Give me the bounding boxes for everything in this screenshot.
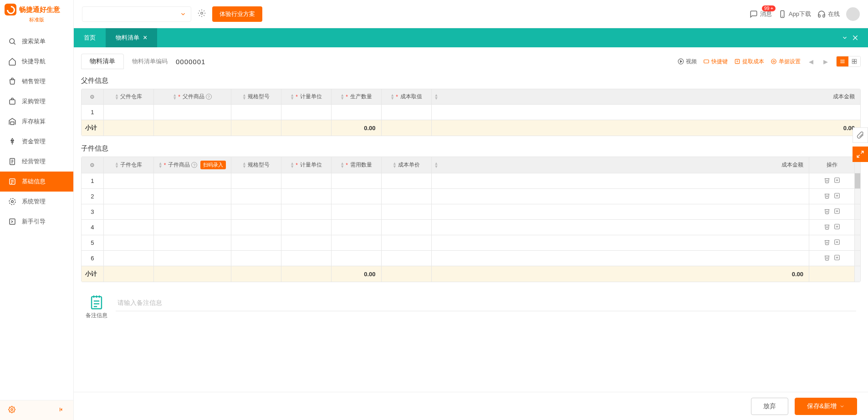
collapse-icon[interactable]	[58, 406, 65, 415]
report-icon	[8, 157, 16, 166]
tab-close-icon[interactable]: ×	[143, 34, 147, 42]
add-row-icon[interactable]	[834, 223, 840, 231]
top-settings-icon[interactable]	[198, 9, 206, 19]
child-row[interactable]: 5	[82, 235, 860, 251]
action-extract-cost[interactable]: 提取成本	[734, 58, 764, 66]
chevron-down-icon	[839, 404, 845, 409]
messages-link[interactable]: 消息 99 +	[750, 10, 772, 18]
remark-input[interactable]	[116, 294, 856, 311]
sidebar-item-label: 资金管理	[22, 137, 46, 146]
child-row[interactable]: 6	[82, 251, 860, 266]
sidebar-item-warehouse[interactable]: 库存核算	[0, 111, 73, 132]
org-selector[interactable]	[82, 6, 191, 22]
child-th-spec[interactable]: ▲▼规格型号	[231, 157, 281, 173]
tab-home[interactable]: 首页	[74, 28, 106, 47]
sidebar-item-report[interactable]: 经营管理	[0, 152, 73, 172]
sidebar-item-guide[interactable]: 新手引导	[0, 212, 73, 232]
remark-section: 备注信息	[81, 288, 861, 329]
sidebar-item-money[interactable]: 资金管理	[0, 132, 73, 152]
child-row[interactable]: 4	[82, 220, 860, 235]
avatar[interactable]	[846, 7, 860, 21]
add-row-icon[interactable]	[834, 208, 840, 216]
sidebar-item-label: 基础信息	[22, 177, 46, 186]
delete-row-icon[interactable]	[824, 177, 830, 185]
parent-th-qty[interactable]: ▲▼*生产数量	[331, 89, 381, 105]
add-row-icon[interactable]	[834, 177, 840, 185]
child-row[interactable]: 1	[82, 173, 860, 189]
parent-th-unit[interactable]: ▲▼*计量单位	[281, 89, 331, 105]
remark-label: 备注信息	[86, 312, 107, 319]
svg-line-61	[857, 155, 859, 157]
child-th-gear[interactable]: ⚙	[82, 157, 103, 173]
help-icon[interactable]: ?	[191, 162, 197, 168]
tab-bom[interactable]: 物料清单 ×	[106, 28, 157, 47]
sidebar-item-home[interactable]: 快捷导航	[0, 51, 73, 71]
parent-th-warehouse[interactable]: ▲▼父件仓库	[103, 89, 153, 105]
view-toggle	[836, 56, 861, 67]
attachment-icon[interactable]	[853, 127, 868, 143]
add-row-icon[interactable]	[834, 254, 840, 262]
svg-rect-16	[60, 408, 60, 411]
code-label: 物料清单编码	[132, 57, 168, 66]
child-row[interactable]: 3	[82, 204, 860, 220]
child-th-unit-cost[interactable]: ▲▼成本单价	[381, 157, 431, 173]
child-th-warehouse[interactable]: ▲▼子件仓库	[103, 157, 153, 173]
svg-point-15	[11, 409, 13, 410]
view-list-icon[interactable]	[837, 56, 848, 66]
app-download-link[interactable]: App下载	[778, 10, 811, 18]
sidebar-item-cart[interactable]: 销售管理	[0, 71, 73, 91]
action-doc-settings[interactable]: 单据设置	[771, 58, 801, 66]
scan-entry-tag[interactable]: 扫码录入	[200, 161, 226, 169]
svg-point-13	[11, 201, 14, 203]
delete-row-icon[interactable]	[824, 223, 830, 231]
logo-edition: 标准版	[0, 16, 73, 23]
delete-row-icon[interactable]	[824, 192, 830, 200]
svg-point-26	[773, 61, 775, 62]
next-doc-icon[interactable]: ▶	[822, 58, 830, 65]
sidebar-item-label: 销售管理	[22, 77, 46, 86]
logo: 畅捷通好生意	[0, 0, 73, 17]
discard-button[interactable]: 放弃	[751, 398, 788, 415]
side-nav: 搜索菜单快捷导航销售管理采购管理库存核算资金管理经营管理基础信息系统管理新手引导	[0, 26, 73, 400]
settings-icon[interactable]	[8, 406, 15, 415]
tabbar-close-icon[interactable]	[847, 28, 863, 47]
delete-row-icon[interactable]	[824, 239, 830, 247]
sidebar-item-info[interactable]: 基础信息	[0, 172, 73, 192]
sidebar-item-label: 采购管理	[22, 97, 46, 106]
svg-point-17	[201, 12, 203, 15]
parent-subtotal-row: 小计0.000.00	[82, 120, 860, 136]
logo-text: 畅捷通好生意	[19, 5, 60, 14]
child-th-unit[interactable]: ▲▼*计量单位	[281, 157, 331, 173]
add-row-icon[interactable]	[834, 239, 840, 247]
child-th-product[interactable]: ▲▼*子件商品?扫码录入	[153, 157, 231, 173]
add-row-icon[interactable]	[834, 192, 840, 200]
parent-th-cost-amount[interactable]: ▲▼成本金额	[431, 89, 860, 105]
prev-doc-icon[interactable]: ◀	[807, 58, 815, 65]
child-th-cost-amount[interactable]: ▲▼成本金额	[431, 157, 809, 173]
delete-row-icon[interactable]	[824, 254, 830, 262]
parent-th-product[interactable]: ▲▼*父件商品?	[153, 89, 231, 105]
fullscreen-icon[interactable]	[853, 147, 868, 162]
online-support-link[interactable]: 在线	[817, 10, 840, 18]
floating-tools	[853, 127, 868, 162]
parent-th-gear[interactable]: ⚙	[82, 89, 103, 105]
sidebar-footer	[0, 400, 73, 420]
child-row[interactable]: 2	[82, 189, 860, 204]
child-section-title: 子件信息	[81, 144, 861, 153]
action-video[interactable]: 视频	[678, 58, 697, 66]
trial-button[interactable]: 体验行业方案	[212, 6, 262, 22]
parent-row[interactable]: 1	[82, 105, 860, 120]
sidebar-item-bag[interactable]: 采购管理	[0, 91, 73, 111]
sidebar-item-system[interactable]: 系统管理	[0, 192, 73, 212]
view-grid-icon[interactable]	[848, 56, 860, 66]
action-shortcut[interactable]: 快捷键	[703, 58, 728, 66]
sidebar-item-search[interactable]: 搜索菜单	[0, 31, 73, 51]
page-tab-bom[interactable]: 物料清单	[81, 54, 124, 69]
delete-row-icon[interactable]	[824, 208, 830, 216]
help-icon[interactable]: ?	[206, 94, 212, 100]
parent-th-spec[interactable]: ▲▼规格型号	[231, 89, 281, 105]
save-new-button[interactable]: 保存&新增	[795, 398, 857, 415]
parent-th-cost-source[interactable]: ▲▼*成本取值	[381, 89, 431, 105]
svg-rect-34	[855, 62, 857, 64]
child-th-need-qty[interactable]: ▲▼*需用数量	[331, 157, 381, 173]
